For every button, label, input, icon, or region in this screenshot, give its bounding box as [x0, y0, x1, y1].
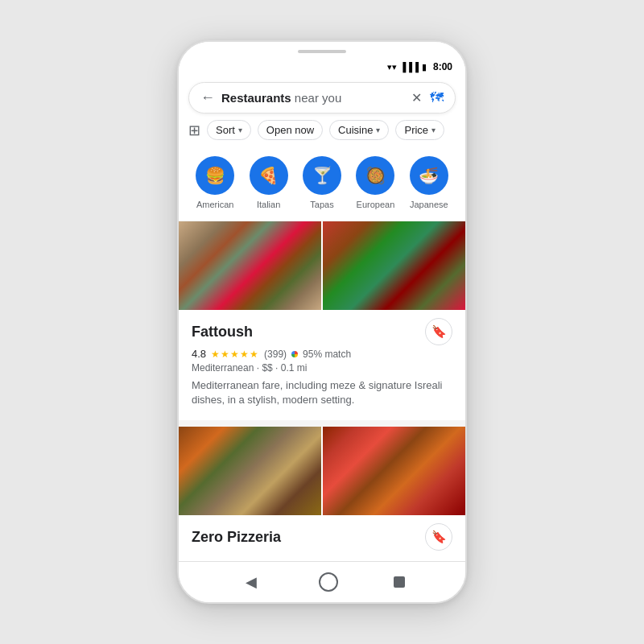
tapas-label: Tapas [310, 200, 333, 209]
italian-icon: 🍕 [250, 156, 288, 195]
back-button[interactable]: ← [200, 89, 215, 106]
tapas-icon: 🍸 [303, 156, 341, 195]
fattoush-review-count: (399) [264, 349, 287, 360]
fattoush-name: Fattoush [192, 324, 253, 341]
fattoush-name-row: Fattoush 🔖 [192, 318, 452, 345]
opennow-chip-label: Open now [266, 124, 314, 136]
american-icon: 🍔 [196, 156, 234, 195]
filter-row: ⊞ Sort ▾ Open now Cuisine ▾ Price ▾ [179, 120, 465, 148]
european-icon: 🥘 [356, 156, 394, 195]
fattoush-meta: Mediterranean · $$ · 0.1 mi [192, 362, 452, 374]
search-query-bold: Restaurants [221, 91, 291, 105]
sort-chip-chevron: ▾ [238, 126, 242, 134]
zero-bookmark[interactable]: 🔖 [425, 523, 452, 551]
fattoush-info: Fattoush 🔖 4.8 ★★★★★ (399) 95% match Med… [179, 310, 465, 407]
european-label: European [357, 200, 395, 209]
tune-icon[interactable]: ⊞ [188, 122, 200, 139]
sort-chip[interactable]: Sort ▾ [207, 120, 251, 140]
fattoush-images [179, 221, 465, 310]
signal-icon: ▐▐▐ [400, 62, 419, 72]
phone-frame: ▾▾ ▐▐▐ ▮ 8:00 ← Restaurants near you ✕ 🗺… [177, 40, 467, 604]
price-chip-chevron: ▾ [431, 126, 436, 134]
zero-image-2 [323, 427, 465, 515]
bottom-nav: ◀ [179, 561, 465, 602]
search-actions: ✕ 🗺 [411, 90, 444, 106]
category-japanese[interactable]: 🍜 Japanese [402, 156, 456, 209]
fattoush-cuisine: Mediterranean [192, 362, 254, 374]
fattoush-bookmark[interactable]: 🔖 [425, 318, 452, 345]
cuisine-chip[interactable]: Cuisine ▾ [329, 120, 389, 140]
clear-button[interactable]: ✕ [411, 90, 422, 105]
zero-image-1 [179, 427, 321, 515]
fattoush-image-2 [323, 221, 465, 310]
fattoush-distance: 0.1 mi [281, 362, 308, 374]
home-nav-button[interactable] [319, 572, 338, 592]
category-row: 🍔 American 🍕 Italian 🍸 Tapas 🥘 European … [179, 148, 465, 221]
category-american[interactable]: 🍔 American [188, 156, 242, 209]
opennow-chip[interactable]: Open now [258, 120, 323, 140]
sort-chip-label: Sort [216, 124, 235, 136]
american-label: American [196, 200, 233, 209]
price-chip[interactable]: Price ▾ [395, 120, 444, 140]
category-european[interactable]: 🥘 European [349, 156, 402, 209]
japanese-icon: 🍜 [410, 156, 448, 195]
wifi-icon: ▾▾ [387, 62, 397, 72]
fattoush-match: 95% match [303, 349, 351, 360]
japanese-label: Japanese [410, 200, 448, 209]
zero-name: Zero Pizzeria [192, 529, 281, 546]
cuisine-chip-chevron: ▾ [376, 126, 380, 134]
fattoush-rating-row: 4.8 ★★★★★ (399) 95% match [192, 348, 452, 360]
status-icons: ▾▾ ▐▐▐ ▮ 8:00 [387, 61, 452, 72]
italian-label: Italian [257, 200, 280, 209]
search-text: Restaurants near you [221, 91, 405, 105]
restaurant-card-zero[interactable]: Zero Pizzeria 🔖 [179, 427, 465, 561]
status-time: 8:00 [433, 61, 452, 72]
search-bar-wrap: ← Restaurants near you ✕ 🗺 [179, 76, 465, 120]
phone-inner: ▾▾ ▐▐▐ ▮ 8:00 ← Restaurants near you ✕ 🗺… [179, 42, 465, 602]
category-italian[interactable]: 🍕 Italian [242, 156, 295, 209]
match-dot-icon [291, 351, 298, 357]
map-button[interactable]: 🗺 [430, 90, 444, 106]
notch-bar [298, 50, 346, 53]
fattoush-image-1 [179, 221, 321, 310]
price-chip-label: Price [404, 124, 428, 136]
zero-name-row: Zero Pizzeria 🔖 [192, 523, 452, 551]
zero-images [179, 427, 465, 515]
content-scroll[interactable]: Fattoush 🔖 4.8 ★★★★★ (399) 95% match Med… [179, 221, 465, 561]
fattoush-price: $$ [262, 362, 272, 374]
status-bar: ▾▾ ▐▐▐ ▮ 8:00 [179, 56, 465, 76]
search-query-rest: near you [291, 91, 342, 105]
phone-notch [179, 42, 465, 56]
fattoush-rating-num: 4.8 [192, 348, 206, 360]
search-bar[interactable]: ← Restaurants near you ✕ 🗺 [188, 82, 456, 114]
stop-nav-button[interactable] [394, 576, 405, 588]
fattoush-description: Mediterranean fare, including meze & sig… [192, 378, 452, 407]
battery-icon: ▮ [422, 62, 427, 72]
fattoush-stars: ★★★★★ [211, 349, 259, 360]
category-tapas[interactable]: 🍸 Tapas [295, 156, 349, 209]
fattoush-separator2: · [275, 362, 281, 374]
zero-info: Zero Pizzeria 🔖 [179, 515, 465, 551]
restaurant-card-fattoush[interactable]: Fattoush 🔖 4.8 ★★★★★ (399) 95% match Med… [179, 221, 465, 420]
cuisine-chip-label: Cuisine [338, 124, 373, 136]
back-nav-button[interactable]: ◀ [239, 570, 263, 594]
